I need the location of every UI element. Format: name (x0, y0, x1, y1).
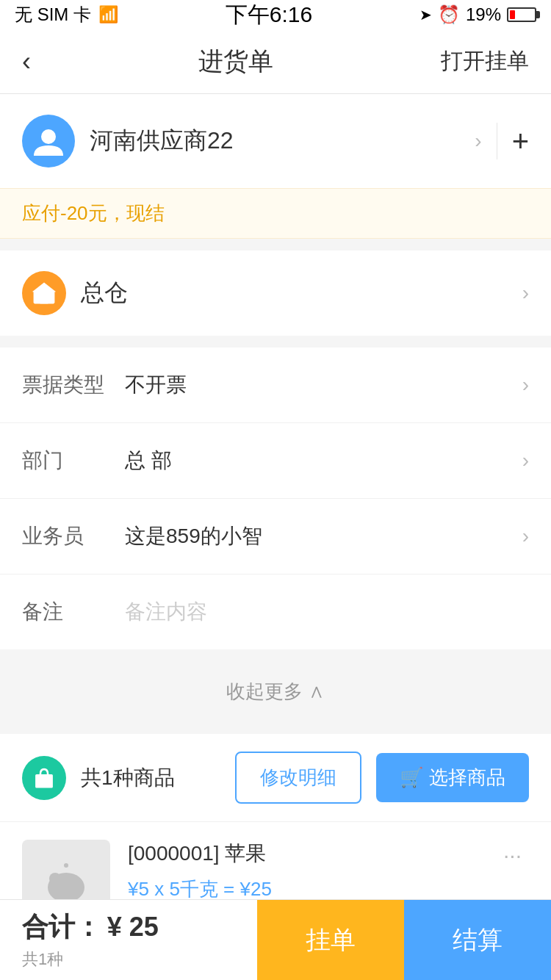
select-product-label: 选择商品 (429, 765, 505, 790)
alarm-icon: ⏰ (438, 4, 460, 25)
invoice-type-label: 票据类型 (22, 371, 125, 399)
suspend-button[interactable]: 挂单 (257, 900, 404, 980)
open-suspend-button[interactable]: 打开挂单 (441, 46, 529, 76)
supplier-arrow-icon: › (475, 129, 481, 153)
add-supplier-button[interactable]: + (512, 125, 529, 158)
form-section: 票据类型 不开票 › 部门 总 部 › 业务员 这是859的小智 › 备注 备注… (0, 347, 551, 649)
status-bar-time: 下午6:16 (226, 0, 312, 30)
battery-icon (507, 7, 536, 22)
product-header: 共1种商品 修改明细 🛒 选择商品 (0, 734, 551, 821)
svg-rect-4 (35, 774, 53, 788)
warehouse-row[interactable]: 总仓 › (0, 251, 551, 336)
select-product-icon: 🛒 (400, 766, 423, 789)
salesperson-label: 业务员 (22, 522, 125, 550)
product-icon (22, 756, 66, 800)
product-more-button[interactable]: ··· (496, 840, 529, 871)
total-label: 合计： (22, 912, 101, 942)
invoice-type-row[interactable]: 票据类型 不开票 › (0, 347, 551, 423)
product-equals: = (223, 878, 240, 900)
wifi-icon: 📶 (98, 5, 118, 24)
collapse-label: 收起更多 ∧ (226, 679, 324, 705)
status-bar: 无 SIM 卡 📶 下午6:16 ➤ ⏰ 19% (0, 0, 551, 29)
page-title: 进货单 (198, 45, 273, 79)
warehouse-icon (22, 271, 66, 315)
product-unit-price: ¥5 x (128, 878, 169, 900)
footer-total: 合计： ¥ 25 共1种 (0, 900, 257, 980)
product-title: 苹果 (225, 842, 266, 865)
location-icon: ➤ (419, 6, 432, 24)
supplier-name: 河南供应商22 (90, 125, 475, 157)
department-value: 总 部 (125, 447, 522, 475)
carrier-text: 无 SIM 卡 (15, 3, 91, 26)
svg-rect-3 (40, 296, 48, 304)
status-bar-right: ➤ ⏰ 19% (419, 4, 536, 25)
warehouse-name: 总仓 (81, 277, 522, 309)
department-row[interactable]: 部门 总 部 › (0, 423, 551, 499)
invoice-type-arrow-icon: › (522, 373, 529, 397)
warehouse-arrow-icon: › (522, 281, 529, 305)
product-quantity: 5千克 (169, 878, 217, 900)
department-label: 部门 (22, 447, 125, 475)
supplier-section: 河南供应商22 › + 应付-20元，现结 (0, 94, 551, 239)
product-price: ¥5 x 5千克 = ¥25 (128, 876, 496, 902)
battery-text: 19% (466, 4, 501, 25)
main-content: 河南供应商22 › + 应付-20元，现结 总仓 › 票据类型 不开票 (0, 94, 551, 980)
product-code: [0000001] (128, 842, 225, 865)
svg-point-0 (41, 129, 56, 144)
footer: 合计： ¥ 25 共1种 挂单 结算 (0, 899, 551, 980)
salesperson-arrow-icon: › (522, 525, 529, 548)
total-amount: ¥ 25 (107, 912, 159, 942)
supplier-row[interactable]: 河南供应商22 › + (0, 94, 551, 188)
notice-bar: 应付-20元，现结 (0, 188, 551, 239)
supplier-avatar (22, 115, 75, 167)
status-bar-left: 无 SIM 卡 📶 (15, 3, 118, 26)
select-product-button[interactable]: 🛒 选择商品 (376, 753, 529, 802)
edit-detail-button[interactable]: 修改明细 (235, 752, 361, 804)
salesperson-value: 这是859的小智 (125, 522, 522, 550)
invoice-type-value: 不开票 (125, 371, 522, 399)
checkout-button[interactable]: 结算 (404, 900, 551, 980)
svg-point-6 (64, 863, 68, 868)
nav-bar: ‹ 进货单 打开挂单 (0, 29, 551, 94)
salesperson-row[interactable]: 业务员 这是859的小智 › (0, 499, 551, 574)
back-button[interactable]: ‹ (22, 46, 31, 77)
svg-marker-2 (32, 283, 56, 292)
product-count: 共1种商品 (81, 764, 220, 792)
warehouse-section: 总仓 › (0, 251, 551, 336)
svg-point-7 (48, 873, 84, 902)
product-total: ¥25 (240, 878, 272, 900)
remark-row[interactable]: 备注 备注内容 (0, 574, 551, 649)
supplier-divider (497, 123, 497, 159)
footer-total-sub: 共1种 (22, 948, 235, 970)
product-name: [0000001] 苹果 (128, 840, 496, 868)
remark-label: 备注 (22, 598, 125, 626)
remark-input[interactable]: 备注内容 (125, 598, 529, 626)
department-arrow-icon: › (522, 449, 529, 472)
notice-text: 应付-20元，现结 (22, 202, 165, 224)
product-info: [0000001] 苹果 ¥5 x 5千克 = ¥25 (128, 840, 496, 902)
collapse-button[interactable]: 收起更多 ∧ (0, 661, 551, 722)
footer-total-main: 合计： ¥ 25 (22, 909, 235, 945)
